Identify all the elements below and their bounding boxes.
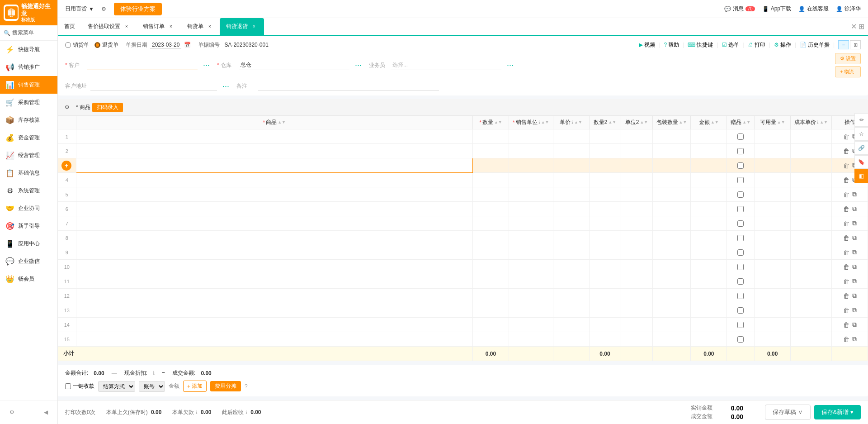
- gift-cell[interactable]: [731, 148, 750, 154]
- active-quantity2-cell[interactable]: [589, 158, 621, 173]
- remark-input[interactable]: [258, 81, 439, 91]
- tab-sale-price-settings[interactable]: 售价提取设置 ×: [81, 18, 137, 36]
- gift-sort-icon[interactable]: ▲▼: [742, 120, 750, 124]
- copy-row-btn[interactable]: ⧉: [852, 321, 857, 329]
- quantity-cell[interactable]: [473, 129, 509, 144]
- delete-active-row-btn[interactable]: 🗑: [843, 162, 849, 169]
- radio-sale[interactable]: 销货单: [65, 41, 89, 49]
- quantity-cell[interactable]: [473, 144, 509, 158]
- tab-sale-bill[interactable]: 销货单 ×: [181, 18, 220, 36]
- sidebar-item-sales-mgmt[interactable]: 📊 销售管理: [0, 76, 57, 94]
- fee-split-btn[interactable]: 费用分摊: [210, 381, 241, 391]
- warehouse-input[interactable]: 总仓: [239, 60, 349, 70]
- active-quantity-cell[interactable]: [473, 158, 509, 173]
- active-pack-qty-cell[interactable]: [652, 158, 691, 173]
- copy-row-btn[interactable]: ⧉: [852, 205, 857, 213]
- product-cell[interactable]: [76, 144, 473, 158]
- help-action[interactable]: ? 帮助: [664, 41, 679, 49]
- account-select[interactable]: 账号: [139, 381, 165, 392]
- list-view-btn[interactable]: ≡: [838, 40, 849, 49]
- sidebar-item-enterprise-wechat[interactable]: 💬 企业微信: [0, 252, 57, 270]
- pack-qty-sort-icon[interactable]: ▲▼: [679, 120, 687, 124]
- user-btn[interactable]: 👤 徐泽华: [836, 5, 861, 13]
- unit2-cell[interactable]: [621, 129, 652, 144]
- gift-cell[interactable]: [731, 133, 750, 140]
- available-cell[interactable]: [755, 129, 791, 144]
- active-product-cell[interactable]: [76, 158, 473, 173]
- radio-return-input[interactable]: [94, 42, 100, 48]
- amount-sort-icon[interactable]: ▲▼: [711, 120, 719, 124]
- module-select[interactable]: 日用百货 ▼: [65, 5, 94, 13]
- scan-btn[interactable]: 扫码录入: [92, 103, 123, 112]
- shortcut-action[interactable]: ⌨ 快捷键: [688, 41, 713, 49]
- copy-row-btn[interactable]: ⧉: [852, 248, 857, 256]
- amount-cell[interactable]: [691, 129, 727, 144]
- sale-unit-cell[interactable]: [509, 129, 553, 144]
- tab-close-all-btn[interactable]: ✕: [851, 22, 857, 31]
- sidebar-item-purchase-mgmt[interactable]: 🛒 采购管理: [0, 94, 57, 111]
- quantity2-cell[interactable]: [589, 144, 621, 158]
- gift-checkbox[interactable]: [737, 148, 744, 154]
- delete-row-btn[interactable]: 🗑: [843, 234, 849, 242]
- delete-row-btn[interactable]: 🗑: [843, 278, 849, 285]
- warehouse-select-btn[interactable]: ···: [355, 61, 362, 70]
- tab-sales-order[interactable]: 销售订单 ×: [137, 18, 181, 36]
- copy-row-btn[interactable]: ⧉: [852, 191, 857, 198]
- sidebar-item-chang-member[interactable]: 👑 畅会员: [0, 270, 57, 288]
- copy-row-btn[interactable]: ⧉: [852, 263, 857, 271]
- search-menu-btn[interactable]: 🔍 搜索菜单: [0, 25, 57, 41]
- gift-checkbox[interactable]: [737, 307, 744, 314]
- sidebar-item-enterprise-coop[interactable]: 🤝 企业协同: [0, 200, 57, 217]
- online-service-btn[interactable]: 👤 在线客服: [798, 5, 829, 13]
- tab-sales-order-close[interactable]: ×: [167, 23, 175, 30]
- active-gift-cell[interactable]: [731, 162, 750, 169]
- sidebar-item-newcomer-guide[interactable]: 🎯 新手引导: [0, 217, 57, 235]
- gift-checkbox[interactable]: [737, 220, 744, 227]
- copy-row-btn[interactable]: ⧉: [852, 277, 857, 285]
- gift-checkbox[interactable]: [737, 336, 744, 343]
- stat-debt-info[interactable]: ℹ: [196, 410, 198, 415]
- product-cell[interactable]: [76, 129, 473, 144]
- cost-price-sort-icon[interactable]: ▲▼: [820, 120, 828, 124]
- gift-checkbox[interactable]: [737, 293, 744, 299]
- stat-receivable-info[interactable]: ℹ: [245, 410, 247, 415]
- active-amount-cell[interactable]: [691, 158, 727, 173]
- gift-checkbox[interactable]: [737, 133, 744, 140]
- customer-address-input[interactable]: [90, 81, 217, 91]
- sale-unit-cell[interactable]: [509, 144, 553, 158]
- notification-btn[interactable]: 💬 消息 70: [724, 5, 755, 13]
- grid-view-btn[interactable]: ⊞: [850, 40, 861, 49]
- sidebar-item-app-center[interactable]: 📱 应用中心: [0, 235, 57, 252]
- delete-row-btn[interactable]: 🗑: [843, 133, 849, 140]
- delete-row-btn[interactable]: 🗑: [843, 336, 849, 343]
- quantity-sort-icon[interactable]: ▲▼: [494, 120, 502, 124]
- select-action[interactable]: ☑ 选单: [722, 41, 739, 49]
- gift-checkbox[interactable]: [737, 264, 744, 270]
- gift-checkbox[interactable]: [737, 322, 744, 328]
- gift-checkbox[interactable]: [737, 191, 744, 198]
- form-logistics-btn[interactable]: + 物流: [835, 66, 861, 77]
- quick-orange-btn[interactable]: ◧: [854, 169, 868, 183]
- tab-menu-btn[interactable]: ⊞: [859, 22, 864, 31]
- active-available-cell[interactable]: [755, 158, 791, 173]
- tab-sale-return[interactable]: 销货退货 ×: [220, 18, 264, 36]
- unit2-sort-icon[interactable]: ▲▼: [640, 120, 648, 124]
- customer-address-select-btn[interactable]: ···: [222, 81, 229, 91]
- date-value[interactable]: 2023-03-20: [150, 41, 181, 49]
- unit-price-cell[interactable]: [553, 144, 589, 158]
- add-payment-btn[interactable]: + 添加: [183, 381, 207, 392]
- delete-row-btn[interactable]: 🗑: [843, 263, 849, 271]
- tab-sale-bill-close[interactable]: ×: [206, 23, 213, 30]
- form-settings-btn[interactable]: ⚙ 设置: [835, 53, 861, 64]
- gift-checkbox[interactable]: [737, 177, 744, 183]
- active-gift-checkbox[interactable]: [737, 162, 744, 169]
- table-gear-btn[interactable]: ⚙: [61, 102, 72, 113]
- unit2-cell[interactable]: [621, 144, 652, 158]
- delete-row-btn[interactable]: 🗑: [843, 191, 849, 198]
- active-sale-unit-cell[interactable]: [509, 158, 553, 173]
- available-sort-icon[interactable]: ▲▼: [777, 120, 785, 124]
- delete-row-btn[interactable]: 🗑: [843, 307, 849, 314]
- history-action[interactable]: 📄 历史单据: [800, 41, 830, 49]
- customer-input[interactable]: [87, 60, 198, 70]
- salesperson-select-btn[interactable]: ···: [507, 61, 514, 70]
